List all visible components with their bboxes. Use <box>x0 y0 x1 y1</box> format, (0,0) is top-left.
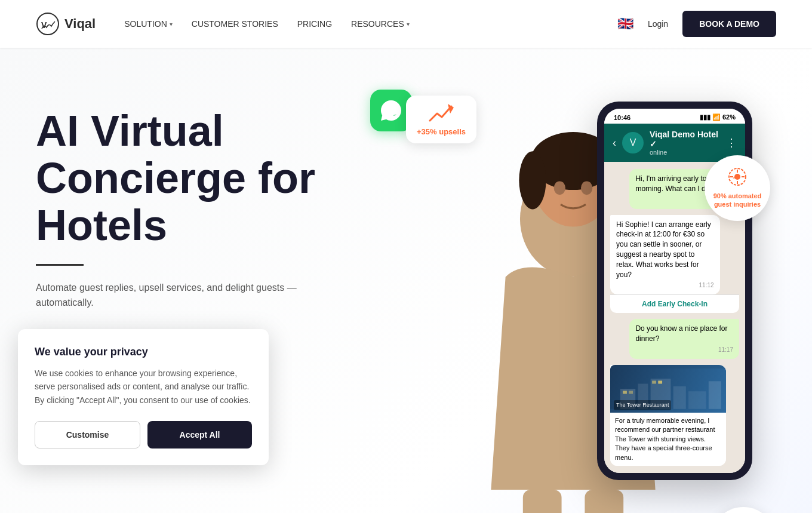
navbar-left: V Viqal SOLUTION ▾ CUSTOMER STORIES PRIC… <box>36 12 410 36</box>
svg-rect-23 <box>629 391 633 394</box>
cookie-buttons: Customise Accept All <box>35 421 252 449</box>
trend-up-icon <box>429 103 454 127</box>
chat-message-bot-1: Hi Sophie! I can arrange early check-in … <box>610 215 720 295</box>
nav-resources[interactable]: RESOURCES ▾ <box>351 19 410 29</box>
cookie-text: We use cookies to enhance your browsing … <box>35 367 252 407</box>
svg-rect-25 <box>658 380 662 383</box>
restaurant-image: The Tower Restaurant <box>610 365 726 413</box>
logo-icon: V <box>36 12 60 36</box>
chat-message-bot-2: The Tower Restaurant For a truly memorab… <box>610 365 726 466</box>
svg-rect-7 <box>523 490 562 513</box>
logo[interactable]: V Viqal <box>36 12 96 36</box>
gear-icon: ✓ <box>728 168 746 189</box>
nav-pricing[interactable]: PRICING <box>297 19 332 29</box>
svg-point-10 <box>581 182 592 195</box>
cookie-banner: We value your privacy We use cookies to … <box>18 329 269 465</box>
phone-status-bar: 10:46 ▮▮▮ 📶 62% <box>604 109 745 124</box>
phone-chat-header: ‹ V Viqal Demo Hotel ✓ online ⋮ <box>604 124 745 162</box>
cookie-title: We value your privacy <box>35 346 252 358</box>
svg-rect-20 <box>688 391 706 409</box>
svg-point-5 <box>519 151 546 209</box>
hero-divider <box>36 264 84 266</box>
nav-links: SOLUTION ▾ CUSTOMER STORIES PRICING RESO… <box>124 19 410 29</box>
automated-badge: ✓ 90% automated guest inquiries <box>705 155 770 221</box>
svg-rect-22 <box>623 391 627 394</box>
upsells-badge: +35% upsells <box>406 96 476 143</box>
login-button[interactable]: Login <box>648 19 668 29</box>
menu-icon[interactable]: ⋮ <box>726 136 737 149</box>
nav-solution[interactable]: SOLUTION ▾ <box>124 19 173 29</box>
hero-right: +35% upsells ✓ 90% automated guest inqui… <box>370 84 776 513</box>
svg-text:✓: ✓ <box>733 175 737 180</box>
chevron-down-icon: ▾ <box>170 21 173 27</box>
logo-text: Viqal <box>64 16 96 32</box>
svg-rect-21 <box>709 381 721 408</box>
book-demo-button[interactable]: BOOK A DEMO <box>682 11 776 37</box>
automated-text: 90% automated guest inquiries <box>712 192 763 209</box>
navbar-right: 🇬🇧 Login BOOK A DEMO <box>617 11 776 37</box>
svg-point-0 <box>37 13 59 35</box>
customise-button[interactable]: Customise <box>35 421 140 449</box>
svg-point-9 <box>554 182 565 195</box>
hotel-avatar: V <box>622 132 644 153</box>
flag-uk-icon[interactable]: 🇬🇧 <box>617 16 633 32</box>
chat-cta-button[interactable]: Add Early Check-In <box>610 294 739 313</box>
hero-title: AI Virtual Concierge for Hotels <box>36 107 370 250</box>
accept-all-button[interactable]: Accept All <box>147 421 252 449</box>
chat-message-guest-2: Do you know a nice place for dinner? 11:… <box>629 319 739 359</box>
navbar: V Viqal SOLUTION ▾ CUSTOMER STORIES PRIC… <box>0 0 812 48</box>
hero-subtitle: Automate guest replies, upsell services,… <box>36 280 310 311</box>
back-icon[interactable]: ‹ <box>613 137 616 149</box>
svg-rect-8 <box>585 490 623 513</box>
nav-customer-stories[interactable]: CUSTOMER STORIES <box>192 19 278 29</box>
chevron-down-icon: ▾ <box>407 21 410 27</box>
svg-rect-19 <box>673 386 686 409</box>
svg-rect-24 <box>652 380 656 383</box>
upsells-text: +35% upsells <box>417 127 466 136</box>
